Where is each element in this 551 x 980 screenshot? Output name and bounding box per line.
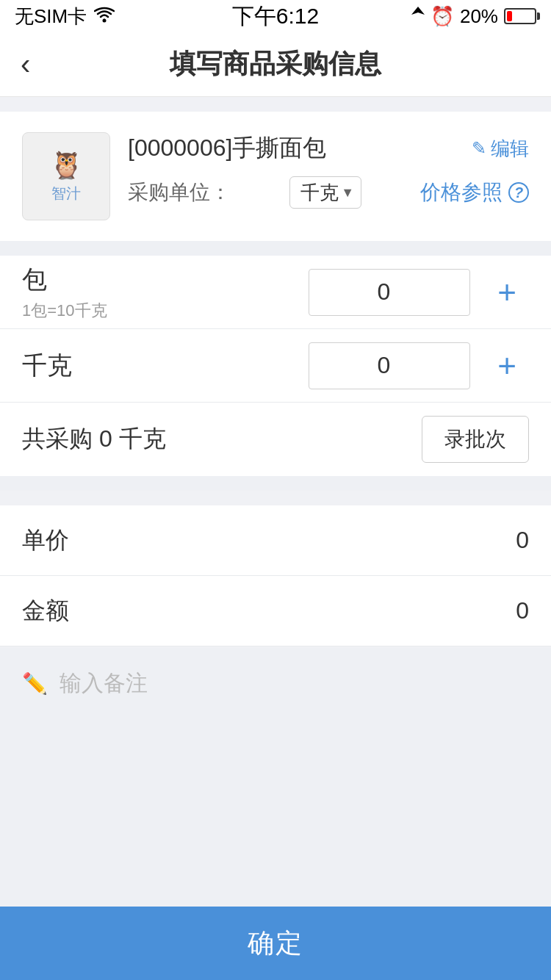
status-carrier: 无SIM卡 <box>15 4 115 29</box>
amount-row: 金额 0 <box>0 576 551 646</box>
bag-row: 包 1包=10千克 + <box>0 256 551 329</box>
wifi-icon <box>94 5 115 28</box>
bag-plus-button[interactable]: + <box>485 270 529 314</box>
bag-input-wrap: + <box>107 269 529 316</box>
edit-icon: ✎ <box>472 138 486 159</box>
product-info: [0000006]手撕面包 ✎ 编辑 采购单位： 千克 包 价格参照 ? <box>128 132 529 209</box>
kg-input-wrap: + <box>96 342 529 389</box>
bag-quantity-input[interactable] <box>309 269 470 316</box>
product-logo: 🦉 <box>50 150 83 181</box>
product-image: 🦉 智汁 <box>22 132 110 220</box>
page-title: 填写商品采购信息 <box>170 46 381 82</box>
kg-quantity-input[interactable] <box>309 342 470 389</box>
svg-marker-1 <box>411 7 425 15</box>
price-ref-button[interactable]: 价格参照 ? <box>420 179 529 206</box>
edit-button[interactable]: ✎ 编辑 <box>472 136 529 162</box>
alarm-icon: ⏰ <box>431 5 454 28</box>
section-divider-2 <box>0 476 551 491</box>
product-card: 🦉 智汁 [0000006]手撕面包 ✎ 编辑 采购单位： 千克 包 价格参照 … <box>0 112 551 241</box>
location-icon <box>411 5 425 28</box>
unit-price-row: 单价 0 <box>0 505 551 576</box>
status-bar: 无SIM卡 下午6:12 ⏰ 20% <box>0 0 551 32</box>
input-section: 包 1包=10千克 + 千克 + <box>0 256 551 403</box>
status-right: ⏰ 20% <box>411 5 536 28</box>
battery-percent: 20% <box>460 5 498 28</box>
unit-price-label: 单价 <box>22 525 69 557</box>
bag-label-main: 包 <box>22 263 107 297</box>
unit-price-value: 0 <box>516 527 529 554</box>
batch-button[interactable]: 录批次 <box>422 416 529 463</box>
kg-label-main: 千克 <box>22 349 96 383</box>
product-logo-text: 智汁 <box>51 184 81 203</box>
battery-icon <box>504 8 536 24</box>
price-ref-icon: ? <box>508 182 529 203</box>
svg-point-0 <box>103 18 107 22</box>
summary-text: 共采购 0 千克 <box>22 423 166 455</box>
edit-label: 编辑 <box>491 136 529 162</box>
price-section: 单价 0 金额 0 <box>0 505 551 646</box>
remark-section[interactable]: ✏️ 输入备注 <box>0 648 551 719</box>
remark-placeholder: 输入备注 <box>60 669 148 699</box>
summary-row: 共采购 0 千克 录批次 <box>0 403 551 476</box>
amount-value: 0 <box>516 597 529 624</box>
amount-label: 金额 <box>22 595 69 627</box>
unit-select-wrap[interactable]: 千克 包 <box>289 176 361 209</box>
product-name: [0000006]手撕面包 <box>128 132 326 165</box>
bag-label: 包 1包=10千克 <box>22 263 107 322</box>
pencil-icon: ✏️ <box>22 671 48 696</box>
status-time: 下午6:12 <box>232 1 319 32</box>
carrier-text: 无SIM卡 <box>15 4 87 29</box>
kg-row: 千克 + <box>0 329 551 403</box>
unit-select[interactable]: 千克 包 <box>289 176 361 209</box>
bag-label-sub: 1包=10千克 <box>22 300 107 322</box>
back-button[interactable]: ‹ <box>21 48 30 81</box>
section-divider-1 <box>0 241 551 256</box>
price-ref-label: 价格参照 <box>420 179 503 206</box>
kg-plus-button[interactable]: + <box>485 344 529 388</box>
confirm-button[interactable]: 确定 <box>0 907 551 980</box>
nav-bar: ‹ 填写商品采购信息 <box>0 32 551 97</box>
kg-label: 千克 <box>22 349 96 383</box>
unit-label: 采购单位： <box>128 179 231 206</box>
